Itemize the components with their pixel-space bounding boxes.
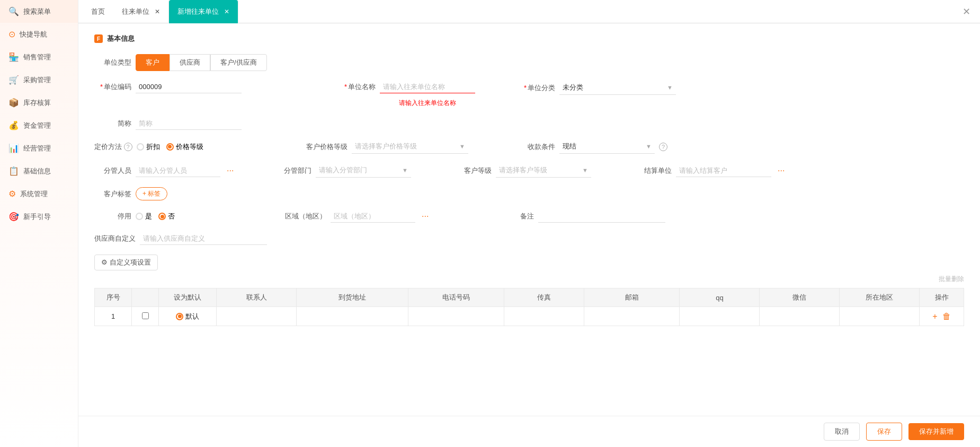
area-input[interactable] xyxy=(858,310,901,322)
sidebar: 🔍 搜索菜单 ⊙ 快捷导航 🏪 销售管理 🛒 采购管理 📦 库存核算 💰 资金管… xyxy=(0,0,78,447)
manager-label: 分管人员 xyxy=(94,166,131,176)
remarks-input[interactable] xyxy=(538,210,665,223)
cancel-button[interactable]: 取消 xyxy=(824,423,860,441)
disabled-no[interactable]: 否 xyxy=(158,212,175,221)
pricing-level[interactable]: 价格等级 xyxy=(166,142,203,152)
sidebar-item-inventory[interactable]: 📦 库存核算 xyxy=(0,91,78,114)
row-checkbox[interactable] xyxy=(142,312,149,319)
region-input[interactable] xyxy=(331,210,415,223)
contact-table: 序号 设为默认 联系人 到货地址 电话号码 传真 邮箱 qq 微信 所在地区 操… xyxy=(94,288,964,326)
pricing-discount[interactable]: 折扣 xyxy=(137,142,160,152)
tab-home[interactable]: 首页 xyxy=(83,0,113,23)
search-icon: 🔍 xyxy=(8,6,19,16)
department-select[interactable]: 请输入分管部门 ▼ xyxy=(316,163,411,178)
payment-terms-help[interactable]: ? xyxy=(659,143,667,151)
settlement-unit-input[interactable] xyxy=(676,164,771,177)
tab-partners-close[interactable]: ✕ xyxy=(155,8,160,15)
cell-action[interactable]: + 🗑 xyxy=(920,307,964,326)
tab-new-partner-close[interactable]: ✕ xyxy=(224,8,229,15)
email-input[interactable] xyxy=(605,310,658,322)
unit-type-both[interactable]: 客户/供应商 xyxy=(210,54,267,71)
wechat-input[interactable] xyxy=(778,310,821,322)
tab-bar: 首页 往来单位 ✕ 新增往来单位 ✕ ✕ xyxy=(78,0,980,23)
qq-input[interactable] xyxy=(698,310,741,322)
tab-partners[interactable]: 往来单位 ✕ xyxy=(113,0,169,23)
unit-name-input[interactable] xyxy=(380,81,475,93)
region-more[interactable]: ··· xyxy=(420,212,431,221)
customer-price-level-label: 客户价格等级 xyxy=(306,142,348,152)
unit-code-input[interactable] xyxy=(136,81,242,93)
col-checkbox xyxy=(132,288,159,307)
customer-level-label: 客户等级 xyxy=(455,166,492,176)
col-contact: 联系人 xyxy=(217,288,297,307)
col-phone: 电话号码 xyxy=(408,288,504,307)
remarks-label: 备注 xyxy=(497,212,534,221)
sidebar-item-quick-nav[interactable]: ⊙ 快捷导航 xyxy=(0,23,78,46)
settlement-unit-more[interactable]: ··· xyxy=(776,166,787,176)
cell-email[interactable] xyxy=(584,307,680,326)
pricing-method-label: 定价方法 ? xyxy=(94,142,132,152)
phone-input[interactable] xyxy=(430,310,483,322)
sidebar-item-operation[interactable]: 📊 经营管理 xyxy=(0,137,78,160)
cell-area[interactable] xyxy=(840,307,920,326)
manager-more[interactable]: ··· xyxy=(225,166,236,176)
customer-price-level-select[interactable]: 请选择客户价格等级 ▼ xyxy=(352,139,468,154)
delete-row-btn[interactable]: 🗑 xyxy=(942,312,951,321)
form-content: F 基本信息 单位类型 客户 供应商 客户/供应商 *单位编码 xyxy=(78,23,980,416)
sidebar-item-search[interactable]: 🔍 搜索菜单 xyxy=(0,0,78,23)
section-icon: F xyxy=(94,34,103,43)
unit-name-field: *单位名称 请输入往来单位名称 xyxy=(306,81,507,108)
section-title: F 基本信息 xyxy=(94,34,964,43)
pricing-help-icon[interactable]: ? xyxy=(124,143,132,151)
sidebar-item-finance[interactable]: 💰 资金管理 xyxy=(0,114,78,137)
tab-new-partner[interactable]: 新增往来单位 ✕ xyxy=(169,0,238,23)
disabled-row: 停用 是 否 区域（地区） ··· 备注 xyxy=(94,210,964,223)
cell-contact[interactable] xyxy=(217,307,297,326)
col-default: 设为默认 xyxy=(159,288,217,307)
purchase-icon: 🛒 xyxy=(8,75,19,85)
unit-code-field: *单位编码 xyxy=(94,81,296,93)
cell-fax[interactable] xyxy=(504,307,584,326)
unit-type-supplier[interactable]: 供应商 xyxy=(170,54,210,71)
address-input[interactable] xyxy=(320,310,384,322)
customer-level-select[interactable]: 请选择客户等级 ▼ xyxy=(496,163,591,178)
cell-phone[interactable] xyxy=(408,307,504,326)
unit-type-customer[interactable]: 客户 xyxy=(136,54,170,71)
tab-bar-close-all[interactable]: ✕ xyxy=(957,6,976,17)
quick-nav-icon: ⊙ xyxy=(8,29,15,39)
col-action: 操作 xyxy=(920,288,964,307)
contact-input[interactable] xyxy=(235,310,278,322)
operation-icon: 📊 xyxy=(8,143,19,153)
payment-terms-select[interactable]: 现结 ▼ xyxy=(559,139,655,154)
save-add-button[interactable]: 保存并新增 xyxy=(908,423,964,440)
sidebar-item-basic[interactable]: 📋 基础信息 xyxy=(0,160,78,182)
unit-type-buttons: 客户 供应商 客户/供应商 xyxy=(136,54,267,71)
disabled-no-radio[interactable] xyxy=(158,213,166,220)
short-name-input[interactable] xyxy=(136,117,242,130)
default-radio[interactable] xyxy=(176,313,183,320)
cell-checkbox[interactable] xyxy=(132,307,159,326)
add-row-btn[interactable]: + xyxy=(932,312,937,321)
level-radio[interactable] xyxy=(166,143,174,151)
sidebar-item-purchase[interactable]: 🛒 采购管理 xyxy=(0,68,78,91)
disabled-yes-radio[interactable] xyxy=(136,213,143,220)
sidebar-item-sales[interactable]: 🏪 销售管理 xyxy=(0,46,78,68)
add-tag-button[interactable]: + 标签 xyxy=(136,187,167,200)
disabled-yes[interactable]: 是 xyxy=(136,212,152,221)
unit-category-select[interactable]: 未分类 ▼ xyxy=(559,81,676,95)
cell-address[interactable] xyxy=(297,307,408,326)
sidebar-item-system[interactable]: ⚙ 系统管理 xyxy=(0,182,78,205)
cell-qq[interactable] xyxy=(680,307,760,326)
fax-input[interactable] xyxy=(523,310,565,322)
disabled-field: 停用 是 否 xyxy=(94,212,264,221)
pricing-method-field: 定价方法 ? 折扣 价格等级 xyxy=(94,142,296,152)
supplier-custom-input[interactable] xyxy=(140,232,267,245)
sidebar-item-newbie[interactable]: 🎯 新手引导 xyxy=(0,205,78,228)
save-button[interactable]: 保存 xyxy=(866,423,902,441)
batch-delete-btn[interactable]: 批量删除 xyxy=(94,275,964,284)
cell-wechat[interactable] xyxy=(760,307,840,326)
manager-input[interactable] xyxy=(136,164,220,177)
custom-setting-button[interactable]: ⚙ 自定义项设置 xyxy=(94,255,158,270)
cell-default[interactable]: 默认 xyxy=(159,307,217,326)
discount-radio[interactable] xyxy=(137,143,144,151)
